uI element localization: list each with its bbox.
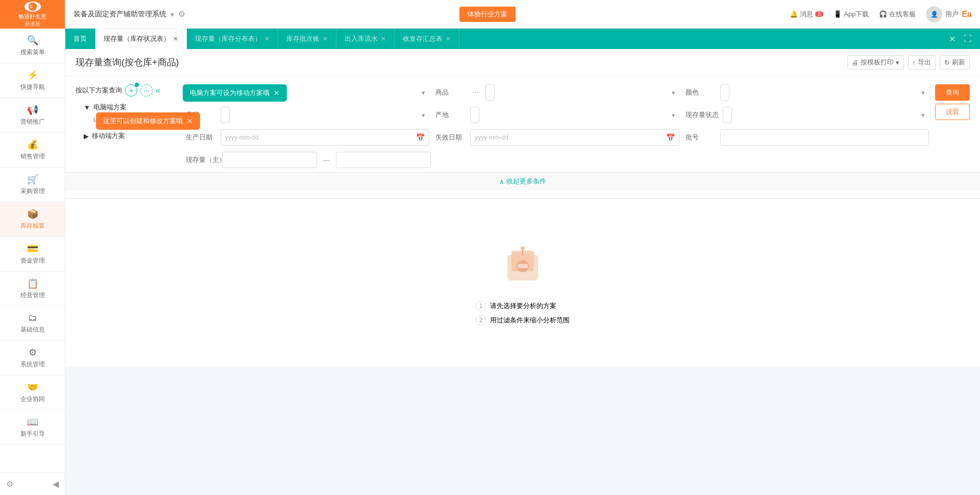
tab-summary[interactable]: 收发存汇总表 ✕ [395, 29, 459, 49]
app-download-btn[interactable]: 📱 App下载 [834, 10, 869, 19]
expire-date-field: 失效日期 yyyy-mm-dd 📅 [435, 129, 679, 146]
stock-main-field: 现存量（主） — [186, 152, 431, 168]
batch-input[interactable] [720, 129, 929, 146]
messages-btn[interactable]: 🔔 消息 8 [790, 10, 823, 19]
color-select[interactable] [720, 84, 729, 101]
empty-illustration [497, 240, 548, 291]
sidebar-item-label: 快捷导航 [20, 83, 45, 91]
sidebar-item-operations[interactable]: 📋 经营管理 [0, 272, 65, 307]
sidebar-item-label: 采购管理 [20, 187, 45, 196]
plus-icon: + [129, 86, 133, 95]
add-scheme-btn[interactable]: + [125, 84, 137, 97]
sidebar-item-label: 资金管理 [20, 256, 45, 265]
edit-tooltip-close[interactable]: ✕ [187, 117, 193, 125]
search-reset-group: 查询 设置 [929, 84, 970, 120]
tab-batch-account[interactable]: 库存批次账 ✕ [278, 29, 336, 49]
size-select[interactable] [220, 107, 230, 123]
print-btn[interactable]: 🖨 按模板打印 ▾ [847, 55, 904, 69]
refresh-btn[interactable]: ↻ 刷新 [940, 55, 970, 69]
edit-scheme-tooltip-text: 这里可以创建和修改方案哦 [103, 116, 183, 126]
sidebar-item-basic[interactable]: 🗂 基础信息 [0, 307, 65, 341]
calendar-icon: 📅 [416, 133, 425, 142]
prod-date-placeholder: yyyy-mm-dd [225, 134, 258, 141]
system-title-area: 装备及固定资产辅助管理系统 ▾ ⚙ [74, 9, 185, 19]
handshake-icon: 🤝 [27, 382, 38, 393]
tab-bar-actions: ✕ ⛶ [945, 32, 980, 46]
expire-date-input[interactable]: yyyy-mm-dd 📅 [470, 129, 679, 146]
color-field: 颜色 [685, 84, 929, 101]
tab-inventory-dist[interactable]: 现存量（库存分布表） ✕ [187, 29, 278, 49]
sidebar-settings-btn[interactable]: ⚙ [6, 479, 13, 489]
tab-in-out-flow[interactable]: 出入库流水 ✕ [336, 29, 395, 49]
add-tooltip-close[interactable]: ✕ [274, 89, 280, 97]
filter-area: 按以下方案查询 + ··· « [65, 76, 980, 199]
stock-status-select[interactable] [723, 107, 732, 123]
chevron-up-icon: ∧ [499, 178, 504, 185]
edit-scheme-tooltip: 这里可以创建和修改方案哦 ✕ [96, 112, 200, 130]
goods-dots[interactable]: ··· [470, 88, 481, 97]
tip-text-2: 用过滤条件来缩小分析范围 [490, 316, 570, 325]
tab-inventory-status[interactable]: 现存量（库存状况表） ✕ [95, 29, 187, 49]
stock-max-input[interactable] [336, 152, 431, 168]
sidebar-item-system[interactable]: ⚙ 系统管理 [0, 341, 65, 375]
stock-status-label: 现存量状态 [685, 110, 719, 120]
sidebar-item-purchase[interactable]: 🛒 采购管理 [0, 168, 65, 202]
prod-date-input[interactable]: yyyy-mm-dd 📅 [220, 129, 429, 146]
sidebar-item-inventory[interactable]: 📦 库存核算 [0, 202, 65, 237]
print-dropdown-icon: ▾ [896, 59, 899, 66]
sidebar-nav: 🔍 搜索菜单 ⚡ 快捷导航 📢 营销推广 💰 销售管理 🛒 采购管理 📦 库存核… [0, 29, 65, 473]
reset-button[interactable]: 设置 [935, 104, 970, 120]
tab-close-icon[interactable]: ✕ [381, 35, 386, 42]
sidebar-item-sales[interactable]: 💰 销售管理 [0, 133, 65, 168]
tab-close-all-btn[interactable]: ✕ [945, 32, 960, 46]
sidebar-item-enterprise[interactable]: 🤝 企业协同 [0, 375, 65, 410]
tab-close-icon[interactable]: ✕ [264, 35, 270, 42]
user-btn[interactable]: 👤 用户 Ea [926, 6, 972, 22]
chevron-down-icon: ▼ [84, 104, 90, 111]
origin-field: 产地 [435, 107, 679, 123]
sidebar-item-marketing[interactable]: 📢 营销推广 [0, 98, 65, 133]
collapse-btn[interactable]: ∧ 收起更多条件 [65, 172, 980, 190]
header-right: 🔔 消息 8 📱 App下载 🎧 在线客服 👤 用户 Ea [790, 6, 972, 22]
sidebar-item-quicknav[interactable]: ⚡ 快捷导航 [0, 63, 65, 98]
phone-icon: 📱 [834, 10, 842, 18]
printer-icon: 🖨 [852, 59, 859, 66]
headset-icon: 🎧 [879, 10, 887, 18]
messages-badge: 8 [815, 11, 823, 17]
dots-icon: ··· [143, 86, 150, 95]
edit-scheme-btn[interactable]: ··· [140, 84, 153, 97]
tab-fullscreen-btn[interactable]: ⛶ [960, 32, 976, 45]
search-button[interactable]: 查询 [935, 84, 970, 101]
stock-min-input[interactable] [222, 152, 317, 168]
sidebar-item-search[interactable]: 🔍 搜索菜单 [0, 29, 65, 63]
svg-point-7 [521, 246, 525, 250]
origin-select[interactable] [470, 107, 479, 123]
sidebar-item-finance[interactable]: 💳 资金管理 [0, 237, 65, 272]
goods-select[interactable] [485, 84, 495, 101]
tab-close-icon[interactable]: ✕ [323, 35, 328, 42]
gear-header-icon[interactable]: ⚙ [178, 9, 185, 19]
svg-text:6: 6 [30, 4, 33, 9]
tab-close-icon[interactable]: ✕ [446, 35, 451, 42]
page-header-actions: 🖨 按模板打印 ▾ ↑ 导出 ↻ 刷新 [847, 55, 970, 69]
system-dropdown-icon[interactable]: ▾ [170, 10, 174, 18]
trial-button[interactable]: 体验行业方案 [459, 7, 516, 22]
main-content: 装备及固定资产辅助管理系统 ▾ ⚙ 体验行业方案 🔔 消息 8 📱 App下载 … [65, 0, 980, 495]
sidebar: 6 畅通好生意 标准版 🔍 搜索菜单 ⚡ 快捷导航 📢 营销推广 💰 销售管理 … [0, 0, 65, 495]
system-title-text: 装备及固定资产辅助管理系统 [74, 10, 166, 19]
tab-close-icon[interactable]: ✕ [173, 35, 178, 42]
filter-arrow-btn[interactable]: « [156, 86, 160, 95]
svg-point-0 [28, 2, 37, 11]
logo: 6 畅通好生意 标准版 [0, 0, 65, 29]
tab-home[interactable]: 首页 [65, 29, 95, 49]
sidebar-item-newbie[interactable]: 📖 新手引导 [0, 410, 65, 445]
online-service-btn[interactable]: 🎧 在线客服 [879, 10, 916, 19]
logo-sub: 标准版 [25, 20, 40, 28]
user-abbr: Ea [962, 10, 972, 19]
export-btn[interactable]: ↑ 导出 [908, 55, 936, 69]
scheme-mobile-toggle[interactable]: ▶ 移动端方案 [80, 129, 178, 143]
scheme-group-mobile: ▶ 移动端方案 [80, 129, 178, 143]
sidebar-collapse-btn[interactable]: ◀ [53, 479, 59, 489]
scheme-mobile-label: 移动端方案 [92, 131, 125, 140]
batch-label: 批号 [685, 133, 716, 142]
